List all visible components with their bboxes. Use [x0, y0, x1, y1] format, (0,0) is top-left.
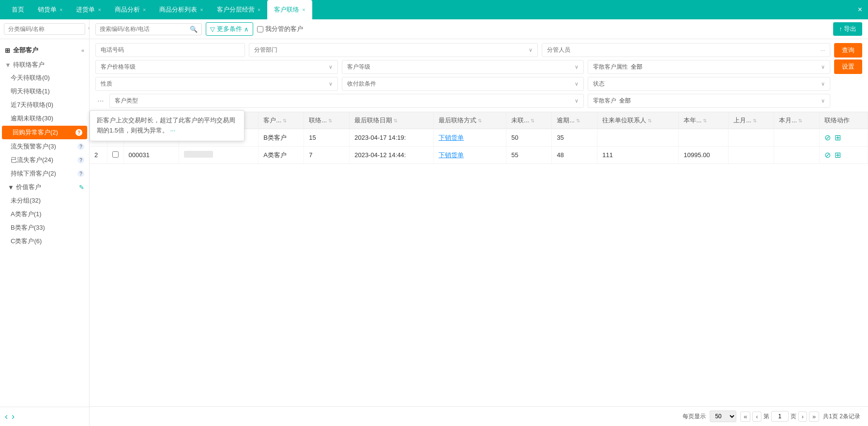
more-conditions-btn[interactable]: ▽ 更多条件 ∧ — [206, 22, 253, 36]
next-page-btn[interactable]: › — [798, 411, 807, 422]
row1-this-month — [774, 129, 820, 147]
sidebar-all-customers[interactable]: ⊞ 全部客户 « — [0, 43, 89, 58]
table-row: 2 000031 A类客户 7 2023-04-12 14:44: 下销货单 — [90, 147, 868, 164]
sidebar-content: ⊞ 全部客户 « ▼ 待联络客户 今天待联络(0) 明天待联络(1) 近7天待联… — [0, 39, 89, 407]
col-contact-count[interactable]: 联络... ⇅ — [304, 112, 350, 129]
sidebar-value-customer-header[interactable]: ▼ 价值客户 ✎ — [0, 180, 89, 194]
person-ellipsis-icon: ··· — [821, 47, 825, 53]
row2-last-contact-method[interactable]: 下销货单 — [434, 147, 506, 164]
sort-icon-type: ⇅ — [283, 118, 287, 123]
query-button[interactable]: 查询 — [834, 43, 862, 58]
col-customer-type[interactable]: 客户... ⇅ — [259, 112, 304, 129]
first-page-btn[interactable]: « — [740, 411, 750, 422]
my-customers-check[interactable]: 我分管的客户 — [257, 25, 303, 33]
content-area: 🔍 ▽ 更多条件 ∧ 我分管的客户 ↑ 导出 — [90, 19, 868, 426]
filter-retail-attr[interactable]: 零散客户属性 全部 ∨ — [588, 60, 830, 74]
sidebar-7days-wait[interactable]: 近7天待联络(0) — [0, 98, 89, 112]
sidebar-today-wait[interactable]: 今天待联络(0) — [0, 71, 89, 85]
sidebar-ungroup[interactable]: 未分组(32) — [0, 194, 89, 207]
col-last-month[interactable]: 上月... ⇅ — [729, 112, 774, 129]
pagination-bar: 每页显示 50 20 100 « ‹ 第 页 › » 共1页 2条记录 — [90, 406, 868, 426]
last-page-btn[interactable]: » — [809, 411, 819, 422]
nav-analysis[interactable]: 商品分析 × — [108, 0, 152, 19]
nav-sales[interactable]: 销货单 × — [31, 0, 69, 19]
col-last-contact-method[interactable]: 最后联络方式 ⇅ — [434, 112, 506, 129]
filter-person[interactable]: 分管人员 ··· — [542, 43, 830, 57]
export-button[interactable]: ↑ 导出 — [833, 22, 862, 36]
row1-last-contact-date: 2023-04-17 14:19: — [350, 129, 434, 147]
per-page-select[interactable]: 50 20 100 — [710, 411, 736, 422]
nav-analysis-list-close[interactable]: × — [200, 7, 203, 13]
row1-last-contact-method[interactable]: 下销货单 — [434, 129, 506, 147]
top-nav: 首页 销货单 × 进货单 × 商品分析 × 商品分析列表 × 客户分层经营 × … — [0, 0, 868, 19]
nav-customer-contact[interactable]: 客户联络 × — [267, 0, 312, 19]
filter-phone[interactable]: 电话号码 — [95, 43, 245, 57]
sidebar-tomorrow-wait[interactable]: 明天待联络(1) — [0, 85, 89, 98]
filter-customer-level[interactable]: 客户等级 ∨ — [342, 60, 584, 74]
filter-gender[interactable]: 性质 ∨ — [95, 77, 338, 91]
sidebar-search-input[interactable] — [4, 23, 85, 35]
nav-customer-segment-close[interactable]: × — [258, 7, 260, 13]
row1-link-icon[interactable]: ⊘ — [824, 133, 831, 142]
retail-customer-chevron-icon: ∨ — [821, 98, 825, 104]
row2-index: 2 — [90, 147, 107, 164]
filter-price-level[interactable]: 客户价格等级 ∨ — [95, 60, 338, 74]
edit-icon[interactable]: ✎ — [79, 184, 84, 191]
nav-sales-close[interactable]: × — [60, 7, 62, 13]
sidebar-left-arrow[interactable]: ‹ — [5, 411, 8, 422]
my-customers-checkbox[interactable] — [257, 26, 263, 32]
sidebar-wait-contact-header[interactable]: ▼ 待联络客户 — [0, 58, 89, 71]
col-overdue[interactable]: 逾期... ⇅ — [552, 112, 597, 129]
nav-purchase-close[interactable]: × — [98, 7, 101, 13]
col-this-month[interactable]: 本月... ⇅ — [774, 112, 820, 129]
filter-status[interactable]: 状态 ∨ — [588, 77, 830, 91]
col-unit-contact[interactable]: 往来单位联系人 ⇅ — [597, 112, 679, 129]
sidebar-already-lost[interactable]: 已流失客户(24) ? — [0, 153, 89, 167]
filter-pay-terms[interactable]: 收付款条件 ∨ — [342, 77, 584, 91]
row1-overdue: 35 — [552, 129, 597, 147]
row2-link-icon[interactable]: ⊘ — [824, 150, 831, 160]
nav-customer-contact-close[interactable]: × — [302, 7, 305, 13]
search-icon-teal[interactable]: 🔍 — [190, 26, 198, 33]
row1-grid-icon[interactable]: ⊞ — [835, 133, 841, 142]
nav-customer-segment[interactable]: 客户分层经营 × — [210, 0, 267, 19]
sidebar-collapse-btn[interactable]: « — [81, 47, 84, 53]
sidebar-class-c[interactable]: C类客户(6) — [0, 235, 89, 248]
sidebar-overdue-wait[interactable]: 逾期未联络(30) — [0, 112, 89, 125]
row2-name[interactable] — [179, 147, 259, 164]
nav-home[interactable]: 首页 — [5, 0, 31, 19]
sort-icon-method: ⇅ — [478, 118, 482, 123]
sidebar-lost-warning[interactable]: 流失预警客户(3) ? — [0, 140, 89, 153]
row2-contact-count: 7 — [304, 147, 350, 164]
settings-button[interactable]: 设置 — [834, 59, 862, 74]
info-icon-already-lost: ? — [77, 157, 84, 163]
search-input[interactable] — [100, 26, 187, 32]
sort-icon-overdue: ⇅ — [576, 118, 580, 123]
prev-page-btn[interactable]: ‹ — [752, 411, 761, 422]
sidebar-class-a[interactable]: A类客户(1) — [0, 207, 89, 221]
col-uncontacted[interactable]: 未联... ⇅ — [506, 112, 552, 129]
window-close-button[interactable]: × — [858, 5, 862, 14]
filter-ellipsis-btn[interactable]: ··· — [95, 97, 106, 105]
sidebar-right-arrow[interactable]: › — [12, 411, 15, 422]
filter-customer-type[interactable]: 客户类型 ∨ — [109, 94, 584, 108]
row2-select-checkbox[interactable] — [112, 151, 119, 158]
filter-retail-customer[interactable]: 零散客户 全部 ∨ — [588, 94, 830, 108]
col-last-contact-date[interactable]: 最后联络日期 ⇅ — [350, 112, 434, 129]
sidebar-repeat-purchase[interactable]: 回购异常客户(2) ? — [2, 126, 87, 139]
sidebar-continuous-down[interactable]: 持续下滑客户(2) ? — [0, 167, 89, 180]
row1-unit-contact — [597, 129, 679, 147]
chevron-up-icon: ∧ — [244, 26, 249, 33]
nav-analysis-list[interactable]: 商品分析列表 × — [152, 0, 210, 19]
nav-purchase[interactable]: 进货单 × — [69, 0, 107, 19]
row2-checkbox[interactable] — [107, 147, 123, 164]
row2-grid-icon[interactable]: ⊞ — [835, 150, 841, 160]
filter-row-3: 性质 ∨ 收付款条件 ∨ 状态 ∨ — [95, 77, 830, 91]
sidebar-class-b[interactable]: B类客户(33) — [0, 221, 89, 235]
sidebar: 🔍 ⊞ 全部客户 « ▼ 待联络客户 今天待联络(0) 明天待联络(1) 近 — [0, 19, 90, 426]
page-number-input[interactable] — [771, 411, 789, 422]
nav-analysis-close[interactable]: × — [143, 7, 146, 13]
filter-dept[interactable]: 分管部门 ∨ — [249, 43, 537, 57]
sort-icon-this-month: ⇅ — [798, 118, 802, 123]
col-this-year[interactable]: 本年... ⇅ — [679, 112, 729, 129]
